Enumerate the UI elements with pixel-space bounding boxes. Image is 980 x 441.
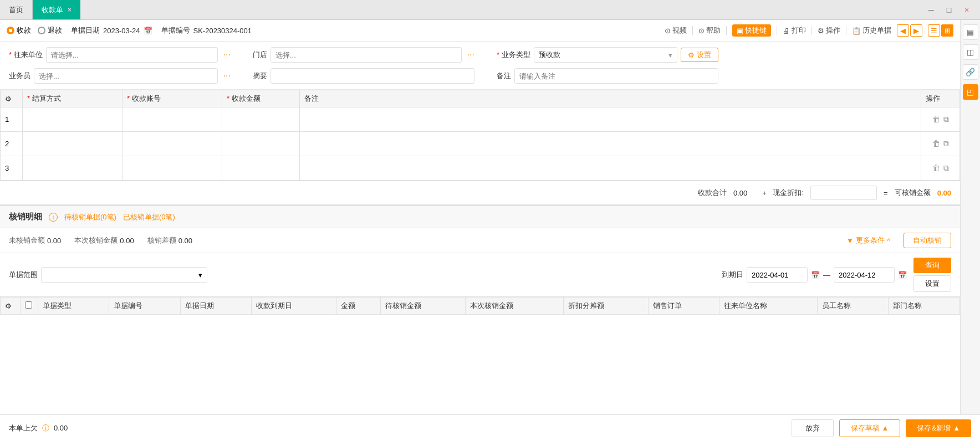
settings-icon-bottom: ⚙: [5, 302, 12, 310]
shortcut-icon: ▣: [737, 27, 743, 35]
business-type-value: 预收款: [539, 50, 560, 60]
right-panel-sheet-icon[interactable]: ◫: [963, 44, 978, 60]
filter-settings-button[interactable]: 设置: [913, 275, 951, 292]
row-1-delete-icon[interactable]: 🗑: [932, 115, 940, 124]
chevron-up-icon: ^: [887, 237, 890, 245]
maximize-button[interactable]: □: [942, 3, 956, 17]
minimize-button[interactable]: ─: [925, 3, 938, 17]
query-button[interactable]: 查询: [913, 258, 951, 273]
row-1-remarks[interactable]: [300, 107, 921, 132]
history-button[interactable]: 📋 历史单据: [852, 25, 891, 35]
remarks-label: 备注: [497, 71, 511, 81]
date-label: 单据日期: [71, 25, 100, 35]
row-3-delete-icon[interactable]: 🗑: [932, 163, 940, 173]
main-content: 收款 退款 单据日期 2023-03-24 📅 单据编号 SK-20230324…: [0, 20, 960, 315]
right-panel-table-icon[interactable]: ▤: [963, 24, 978, 40]
discount-input[interactable]: [810, 186, 877, 200]
print-label: 打印: [792, 25, 806, 35]
draft-button[interactable]: 保存草稿 ▲: [839, 419, 901, 437]
save-new-button[interactable]: 保存&新增 ▲: [906, 419, 971, 437]
row-3-settlement[interactable]: [23, 156, 122, 181]
staff-more-icon[interactable]: ···: [223, 71, 231, 81]
tab-bar: 首页 收款单 × ─ □ ×: [0, 0, 980, 20]
help-button[interactable]: ⊙ 帮助: [698, 25, 721, 35]
grid-icon[interactable]: ⊞: [941, 24, 953, 37]
counterpart-input[interactable]: [46, 47, 218, 63]
divider-1: [692, 26, 693, 35]
radio-collection[interactable]: 收款: [7, 25, 31, 35]
staff-field: 业务员 ···: [9, 68, 231, 84]
pending-label: 待核销单据(0笔): [64, 212, 116, 222]
info-circle-icon: ⓘ: [42, 423, 49, 433]
store-more-icon[interactable]: ···: [467, 50, 474, 60]
row-3-account[interactable]: [122, 156, 222, 181]
col-remarks-header: 备注: [300, 90, 921, 107]
video-button[interactable]: ⊙ 视频: [665, 25, 687, 35]
discard-label: 放弃: [805, 424, 820, 432]
row-1-amount[interactable]: [222, 107, 300, 132]
row-2-delete-icon[interactable]: 🗑: [932, 139, 940, 148]
due-date-from-input[interactable]: [747, 267, 808, 283]
diff-stat: 核销差额 0.00: [147, 235, 192, 245]
radio-refund[interactable]: 退款: [38, 25, 62, 35]
due-date-to-input[interactable]: [834, 267, 895, 283]
divider-3: [777, 26, 777, 35]
row-3-amount[interactable]: [222, 156, 300, 181]
filter-icon: ▼: [846, 237, 854, 245]
col-date-bottom: 单据日期: [180, 298, 251, 315]
row-1-copy-icon[interactable]: ⧉: [943, 115, 949, 124]
remarks-input[interactable]: [514, 68, 718, 84]
verification-info-icon[interactable]: i: [49, 213, 58, 222]
row-2-copy-icon[interactable]: ⧉: [943, 139, 949, 148]
radio-group: 收款 退款: [7, 25, 62, 35]
col-checkbox-bottom[interactable]: [21, 298, 38, 315]
account-label: 收款账号: [132, 94, 161, 102]
right-panel-expand-icon[interactable]: ◰: [963, 84, 978, 100]
next-arrow[interactable]: ▶: [910, 24, 922, 37]
tab-collection[interactable]: 收款单 ×: [33, 0, 80, 19]
store-input[interactable]: [270, 47, 462, 63]
date-calendar-icon[interactable]: 📅: [144, 27, 152, 35]
right-panel-link-icon[interactable]: 🔗: [963, 64, 978, 80]
ops-button[interactable]: ⚙ 操作: [818, 25, 840, 35]
row-3-remarks[interactable]: [300, 156, 921, 181]
form-section: * 往来单位 ··· 门店 ··· * 业务类型: [0, 42, 960, 90]
ops-label: 操作: [826, 25, 840, 35]
pending-tab[interactable]: 待核销单据(0笔): [64, 212, 116, 222]
prev-arrow[interactable]: ◀: [897, 24, 909, 37]
business-type-select[interactable]: 预收款 ▾: [534, 47, 677, 63]
more-conditions-button[interactable]: ▼ 更多条件 ^: [846, 235, 890, 245]
discard-button[interactable]: 放弃: [792, 419, 834, 437]
row-2-settlement[interactable]: [23, 132, 122, 156]
bottom-table-header: ⚙ 单据类型 单据编号 单据日: [1, 298, 960, 315]
completed-tab[interactable]: 已核销单据(0笔): [123, 212, 175, 222]
draft-label: 保存草稿: [851, 423, 880, 433]
staff-input[interactable]: [34, 68, 218, 84]
toolbar: 收款 退款 单据日期 2023-03-24 📅 单据编号 SK-20230324…: [0, 20, 960, 42]
row-2-account[interactable]: [122, 132, 222, 156]
counterpart-more-icon[interactable]: ···: [223, 50, 231, 60]
row-1-settlement[interactable]: [23, 107, 122, 132]
col-settings-bottom[interactable]: ⚙: [1, 298, 21, 315]
row-1-account[interactable]: [122, 107, 222, 132]
date-cal-icon-1[interactable]: 📅: [811, 271, 820, 279]
settings-button[interactable]: ⚙ 设置: [681, 48, 718, 62]
shortcut-button[interactable]: ▣ 快捷键: [732, 24, 771, 37]
range-select[interactable]: ▾: [41, 267, 207, 283]
row-1-index: 1: [1, 107, 23, 132]
auto-cancel-button[interactable]: 自动核销: [904, 233, 951, 248]
list-icon[interactable]: ☰: [928, 24, 940, 37]
date-cal-icon-2[interactable]: 📅: [898, 271, 907, 279]
row-2-remarks[interactable]: [300, 132, 921, 156]
tab-close-icon[interactable]: ×: [68, 6, 72, 14]
row-2-amount[interactable]: [222, 132, 300, 156]
bottom-table: ⚙ 单据类型 单据编号 单据日: [0, 297, 960, 315]
close-button[interactable]: ×: [960, 3, 973, 17]
row-3-copy-icon[interactable]: ⧉: [943, 163, 949, 173]
select-all-checkbox[interactable]: [25, 301, 32, 309]
summary-input[interactable]: [270, 68, 474, 84]
print-button[interactable]: 🖨 打印: [783, 25, 806, 35]
col-settings-header[interactable]: ⚙: [1, 90, 23, 107]
verification-title: 核销明细: [9, 212, 42, 222]
tab-home[interactable]: 首页: [0, 0, 33, 19]
